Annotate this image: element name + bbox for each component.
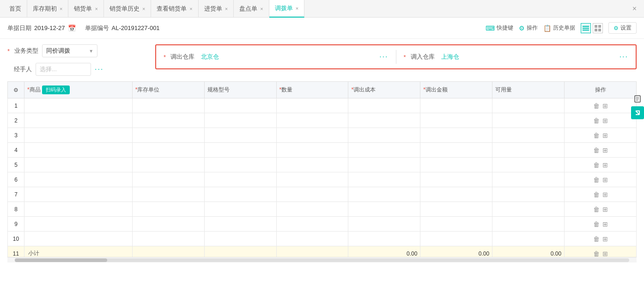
spec-cell[interactable] (204, 172, 276, 187)
tab-close-transfer[interactable]: × (296, 6, 298, 11)
layout-list-button[interactable] (581, 23, 591, 33)
qty-cell[interactable] (276, 143, 348, 158)
unit-cell[interactable] (132, 202, 204, 217)
unit-cell[interactable] (132, 128, 204, 143)
amount-cell[interactable] (420, 217, 492, 232)
product-cell[interactable] (24, 187, 133, 202)
amount-cell[interactable] (420, 158, 492, 172)
amount-cell[interactable] (420, 232, 492, 246)
qty-cell[interactable] (276, 172, 348, 187)
row-copy-icon[interactable]: ⊞ (602, 161, 608, 169)
qty-cell[interactable] (276, 128, 348, 143)
product-cell[interactable] (24, 158, 133, 172)
row-delete-icon[interactable]: 🗑 (593, 235, 600, 243)
row-copy-icon[interactable]: ⊞ (602, 206, 608, 213)
shortcut-button[interactable]: ⌨ 快捷键 (486, 24, 513, 32)
operations-button[interactable]: ⚙ 操作 (519, 24, 538, 32)
available-cell[interactable] (492, 158, 565, 172)
qty-cell[interactable] (276, 202, 348, 217)
spec-cell[interactable] (204, 232, 276, 246)
tab-transfer[interactable]: 调拨单 × (269, 0, 304, 18)
spec-cell[interactable] (204, 113, 276, 128)
qty-cell[interactable] (276, 113, 348, 128)
tab-close-sales-history[interactable]: × (142, 6, 145, 12)
cost-cell[interactable] (348, 202, 420, 217)
cost-cell[interactable] (348, 128, 420, 143)
cost-cell[interactable] (348, 113, 420, 128)
side-tool-expand[interactable] (631, 106, 644, 119)
cost-cell[interactable] (348, 187, 420, 202)
tab-home[interactable]: 首页 (4, 0, 27, 18)
amount-cell[interactable] (420, 172, 492, 187)
side-tool-document[interactable] (631, 92, 644, 105)
cost-cell[interactable] (348, 143, 420, 158)
unit-cell[interactable] (132, 232, 204, 246)
cost-cell[interactable] (348, 98, 420, 113)
available-cell[interactable] (492, 172, 565, 187)
person-select[interactable]: 选择... (36, 63, 91, 76)
tab-view-sales[interactable]: 查看销货单 × (151, 0, 198, 18)
settings-button[interactable]: ⚙ 设置 (608, 22, 637, 34)
cost-cell[interactable] (348, 158, 420, 172)
product-cell[interactable] (24, 202, 133, 217)
row-copy-icon[interactable]: ⊞ (602, 102, 608, 110)
tab-close-view-sales[interactable]: × (189, 6, 192, 12)
available-cell[interactable] (492, 217, 565, 232)
row-copy-icon[interactable]: ⊞ (602, 117, 608, 124)
window-close-button[interactable]: × (629, 3, 640, 15)
available-cell[interactable] (492, 128, 565, 143)
row-delete-icon[interactable]: 🗑 (593, 191, 600, 198)
row-copy-icon[interactable]: ⊞ (602, 146, 608, 154)
qty-cell[interactable] (276, 158, 348, 172)
product-cell[interactable] (24, 143, 133, 158)
qty-cell[interactable] (276, 232, 348, 246)
spec-cell[interactable] (204, 143, 276, 158)
unit-cell[interactable] (132, 143, 204, 158)
row-delete-icon[interactable]: 🗑 (593, 220, 600, 228)
row-copy-icon[interactable]: ⊞ (602, 250, 608, 257)
spec-cell[interactable] (204, 202, 276, 217)
amount-cell[interactable] (420, 187, 492, 202)
unit-cell[interactable] (132, 98, 204, 113)
spec-cell[interactable] (204, 158, 276, 172)
history-button[interactable]: 📋 历史单据 (543, 24, 575, 32)
qty-cell[interactable] (276, 187, 348, 202)
scan-input-button[interactable]: 扫码录入 (42, 85, 70, 94)
settings-icon[interactable]: ⚙ (13, 87, 18, 93)
warehouse-in-more-button[interactable]: ··· (620, 53, 628, 61)
tab-stocktake[interactable]: 盘点单 × (234, 0, 269, 18)
product-cell[interactable] (24, 113, 133, 128)
row-copy-icon[interactable]: ⊞ (602, 220, 608, 228)
available-cell[interactable] (492, 202, 565, 217)
unit-cell[interactable] (132, 158, 204, 172)
spec-cell[interactable] (204, 217, 276, 232)
spec-cell[interactable] (204, 128, 276, 143)
row-delete-icon[interactable]: 🗑 (593, 146, 600, 154)
amount-cell[interactable] (420, 113, 492, 128)
available-cell[interactable] (492, 187, 565, 202)
warehouse-out-more-button[interactable]: ··· (379, 53, 388, 61)
row-delete-icon[interactable]: 🗑 (593, 117, 600, 124)
row-delete-icon[interactable]: 🗑 (593, 176, 600, 183)
amount-cell[interactable] (420, 128, 492, 143)
tab-inventory-init[interactable]: 库存期初 × (27, 0, 68, 18)
unit-cell[interactable] (132, 113, 204, 128)
available-cell[interactable] (492, 232, 565, 246)
amount-cell[interactable] (420, 143, 492, 158)
unit-cell[interactable] (132, 187, 204, 202)
product-cell[interactable] (24, 217, 133, 232)
cost-cell[interactable] (348, 217, 420, 232)
scroll-thumb[interactable] (15, 258, 107, 262)
row-copy-icon[interactable]: ⊞ (602, 132, 608, 139)
tab-close-inventory-init[interactable]: × (60, 6, 62, 12)
tab-close-purchase[interactable]: × (225, 6, 228, 12)
available-cell[interactable] (492, 143, 565, 158)
row-copy-icon[interactable]: ⊞ (602, 191, 608, 198)
amount-cell[interactable] (420, 202, 492, 217)
product-cell[interactable] (24, 232, 133, 246)
business-type-dropdown[interactable]: 同价调拨 ▼ (42, 44, 97, 57)
row-copy-icon[interactable]: ⊞ (602, 176, 608, 183)
row-delete-icon[interactable]: 🗑 (593, 206, 600, 213)
unit-cell[interactable] (132, 217, 204, 232)
row-delete-icon[interactable]: 🗑 (593, 161, 600, 169)
